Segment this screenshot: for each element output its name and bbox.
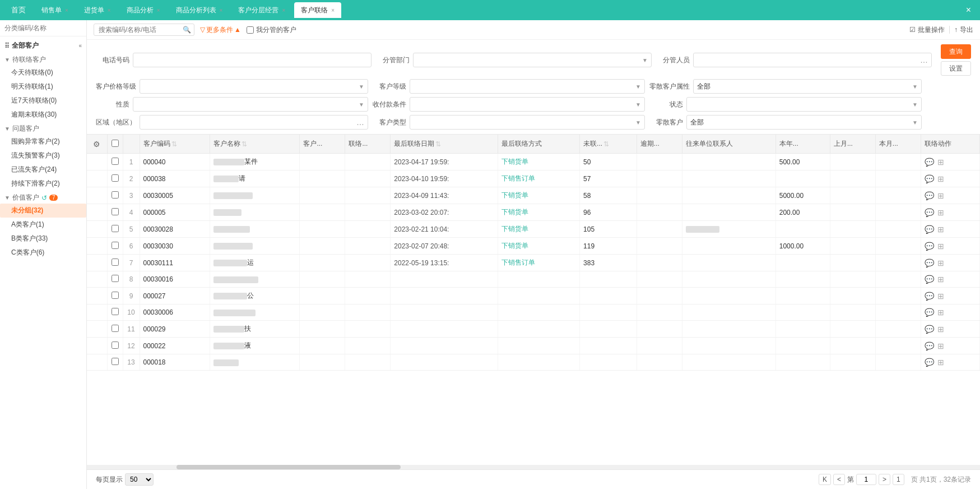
qrcode-icon[interactable]: ⊞ [937,325,944,334]
horizontal-scrollbar[interactable] [87,465,980,469]
dots-region[interactable]: … [356,118,364,127]
qrcode-icon[interactable]: ⊞ [937,275,944,284]
close-all-button[interactable]: × [962,5,976,15]
row-checkbox[interactable] [107,221,123,238]
search-input[interactable] [99,26,183,34]
close-tab-analysis-list[interactable]: × [220,7,223,13]
row-checkbox[interactable] [107,154,123,170]
comment-icon[interactable]: 💬 [925,158,934,167]
sidebar-item-class-a[interactable]: A类客户(1) [0,218,86,232]
select-status[interactable]: ▼ [686,97,922,112]
my-customers-toggle[interactable]: 我分管的客户 [247,25,296,35]
sidebar-group-pending[interactable]: ▼ 待联络客户 [0,53,86,66]
sidebar-item-churned[interactable]: 已流失客户(24) [0,163,86,177]
more-conditions-btn[interactable]: ▽ 更多条件 ▲ [200,25,241,35]
sidebar-item-churn-warning[interactable]: 流失预警客户(3) [0,149,86,163]
comment-icon[interactable]: 💬 [925,342,934,350]
nav-home[interactable]: 首页 [4,2,32,18]
sidebar-group-problem[interactable]: ▼ 问题客户 [0,122,86,135]
qrcode-icon[interactable]: ⊞ [937,208,944,217]
select-person[interactable]: … [693,53,932,67]
col-no-contact[interactable]: 未联...⇅ [580,135,637,154]
close-tab-sales[interactable]: × [65,7,68,13]
select-customer-level[interactable]: ▼ [410,79,645,94]
batch-ops-btn[interactable]: ☑ 批量操作 [909,25,945,35]
comment-icon[interactable]: 💬 [925,191,934,200]
select-customer-type[interactable]: ▼ [410,115,645,130]
qrcode-icon[interactable]: ⊞ [937,225,944,234]
col-select-all[interactable] [107,135,123,154]
close-tab-analysis[interactable]: × [157,7,160,13]
collapse-sidebar-icon[interactable]: « [78,43,82,49]
qrcode-icon[interactable]: ⊞ [937,259,944,267]
col-customer-code[interactable]: 客户编码⇅ [140,135,210,154]
close-tab-customer-segment[interactable]: × [282,7,285,13]
nav-tab-purchase[interactable]: 进货单 × [77,2,118,18]
my-customers-checkbox[interactable] [247,26,254,34]
row-checkbox[interactable] [107,354,123,371]
sidebar-group-value[interactable]: ▼ 价值客户 ↺ 7 [0,191,86,204]
nav-tab-analysis[interactable]: 商品分析 × [120,2,167,18]
nav-tab-customer-contact[interactable]: 客户联络 × [294,2,341,18]
sidebar-item-declining[interactable]: 持续下滑客户(2) [0,177,86,191]
reset-button[interactable]: 设置 [941,61,971,76]
col-customer-name[interactable]: 客户名称⇅ [210,135,300,154]
nav-tab-sales[interactable]: 销售单 × [35,2,75,18]
comment-icon[interactable]: 💬 [925,308,934,317]
next-page-btn[interactable]: > [879,474,890,485]
prev-page-btn[interactable]: < [833,474,845,485]
comment-icon[interactable]: 💬 [925,225,934,234]
qrcode-icon[interactable]: ⊞ [937,242,944,251]
sidebar-item-overdue[interactable]: 逾期未联络(30) [0,108,86,122]
comment-icon[interactable]: 💬 [925,208,934,217]
qrcode-icon[interactable]: ⊞ [937,358,944,367]
select-dept[interactable]: ▼ [413,53,652,67]
comment-icon[interactable]: 💬 [925,242,934,251]
page-number-input[interactable] [856,474,876,485]
export-btn[interactable]: ↑ 导出 [954,25,973,35]
comment-icon[interactable]: 💬 [925,259,934,267]
row-checkbox[interactable] [107,187,123,204]
all-customers-header[interactable]: ⠿ 全部客户 « [0,36,86,53]
sidebar-item-today[interactable]: 今天待联络(0) [0,66,86,80]
search-button[interactable]: 查询 [941,44,971,59]
qrcode-icon[interactable]: ⊞ [937,308,944,317]
comment-icon[interactable]: 💬 [925,325,934,334]
select-sparse-attr[interactable]: 全部 ▼ [693,79,922,94]
sidebar-item-class-b[interactable]: B类客户(33) [0,232,86,246]
comment-icon[interactable]: 💬 [925,174,934,183]
nav-tab-analysis-list[interactable]: 商品分析列表 × [169,2,230,18]
sidebar-item-tomorrow[interactable]: 明天待联络(1) [0,80,86,94]
row-checkbox[interactable] [107,170,123,187]
qrcode-icon[interactable]: ⊞ [937,342,944,350]
select-sparse[interactable]: 全部 ▼ [686,115,922,130]
close-tab-customer-contact[interactable]: × [331,7,335,13]
qrcode-icon[interactable]: ⊞ [937,292,944,301]
row-checkbox[interactable] [107,271,123,288]
last-page-btn[interactable]: 1 [893,474,904,485]
first-page-btn[interactable]: K [819,474,831,485]
sidebar-item-ungrouped[interactable]: 未分组(32) [0,204,86,218]
row-checkbox[interactable] [107,321,123,338]
row-checkbox[interactable] [107,238,123,255]
scrollbar-thumb[interactable] [177,465,401,469]
select-all-checkbox[interactable] [112,140,119,147]
col-settings[interactable]: ⚙ [87,135,107,154]
qrcode-icon[interactable]: ⊞ [937,191,944,200]
sidebar-item-abnormal[interactable]: 囤购异常客户(2) [0,135,86,149]
refresh-icon[interactable]: ↺ [41,194,47,202]
comment-icon[interactable]: 💬 [925,292,934,301]
row-checkbox[interactable] [107,255,123,271]
select-payment[interactable]: ▼ [410,97,645,112]
row-checkbox[interactable] [107,204,123,221]
search-icon[interactable]: 🔍 [183,26,191,34]
comment-icon[interactable]: 💬 [925,275,934,284]
sidebar-item-7days[interactable]: 近7天待联络(0) [0,94,86,108]
select-nature[interactable]: ▼ [133,97,368,112]
input-phone[interactable] [133,53,371,67]
col-last-date[interactable]: 最后联络日期⇅ [391,135,498,154]
dots-person[interactable]: … [920,56,928,64]
row-checkbox[interactable] [107,305,123,321]
select-price-level[interactable]: ▼ [140,79,368,94]
row-checkbox[interactable] [107,288,123,305]
